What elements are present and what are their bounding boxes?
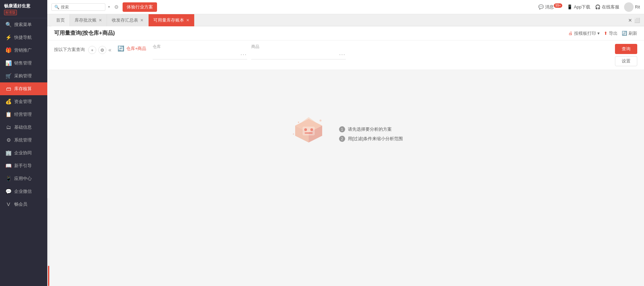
sidebar-item-member[interactable]: V 畅会员 <box>0 198 47 211</box>
chevron-down-icon-print[interactable]: ▾ <box>597 31 600 36</box>
tip-number-2: 2 <box>339 136 345 142</box>
notification-icon: 💬 <box>538 4 544 9</box>
close-window-btn[interactable]: ✕ <box>628 18 632 23</box>
online-service-item[interactable]: 🎧 在线客服 <box>595 4 619 10</box>
sidebar-header: 畅康通好生意 标准版 <box>0 0 47 18</box>
sidebar-item-wechat[interactable]: 💬 企业微信 <box>0 185 47 198</box>
svg-point-9 <box>298 122 299 123</box>
sidebar-item-label-guide: 新手引导 <box>14 163 32 169</box>
empty-box-illustration <box>288 114 329 154</box>
warehouse-input[interactable] <box>153 52 239 57</box>
sidebar-item-guide[interactable]: 📖 新手引导 <box>0 159 47 172</box>
warehouse-more-btn[interactable]: ··· <box>240 52 247 58</box>
product-field-label: 商品 <box>251 44 346 50</box>
scrollbar-thumb <box>48 266 49 286</box>
member-icon: V <box>5 201 11 207</box>
tab-close-batch-ledger[interactable]: ✕ <box>99 18 102 23</box>
page-content: 可用量查询(按仓库+商品) 🖨 按模板打印 ▾ ⬆ 导出 🔄 刷新 按以下方 <box>47 26 644 198</box>
page-header-actions: 🖨 按模板打印 ▾ ⬆ 导出 🔄 刷新 <box>568 30 637 36</box>
marketing-icon: 🎁 <box>5 47 11 53</box>
tab-close-receipt-summary[interactable]: ✕ <box>140 18 144 23</box>
apps-icon: 📱 <box>5 176 11 182</box>
search-icon: 🔍 <box>5 22 11 28</box>
system-icon: ⚙ <box>5 137 11 143</box>
user-menu[interactable]: Rit <box>624 2 640 12</box>
notification-label: 消息 <box>545 4 554 10</box>
tab-label-receipt-summary: 收发存汇总表 <box>112 17 138 23</box>
sidebar-logo: 畅康通好生意 <box>4 3 43 9</box>
notification-badge: 99+ <box>554 3 562 8</box>
search-icon: 🔍 <box>54 5 59 9</box>
query-actions: 查询 设置 <box>615 44 637 66</box>
tab-actions-right: ✕ ⬜ <box>628 18 640 23</box>
tabbar: 首页库存批次账✕收发存汇总表✕可用量库存账本✕ ✕ ⬜ <box>47 14 644 26</box>
print-icon: 🖨 <box>568 31 573 36</box>
industry-btn[interactable]: 体验行业方案 <box>123 2 157 12</box>
sidebar-item-operations[interactable]: 📋 经营管理 <box>0 108 47 121</box>
sidebar-item-sales[interactable]: 📊 销售管理 <box>0 57 47 70</box>
sidebar-item-base[interactable]: 🗂 基础信息 <box>0 121 47 134</box>
sidebar-item-label-marketing: 营销推广 <box>14 47 32 53</box>
sidebar-item-finance[interactable]: 💰 资金管理 <box>0 95 47 108</box>
tip-text-2: 用[过滤]条件来缩小分析范围 <box>348 136 403 142</box>
product-more-btn[interactable]: ··· <box>339 52 345 58</box>
tab-batch-ledger[interactable]: 库存批次账✕ <box>70 14 107 26</box>
export-btn[interactable]: ⬆ 导出 <box>604 30 618 36</box>
app-download-item[interactable]: 📱 App下载 <box>567 4 590 10</box>
page-title: 可用量查询(按仓库+商品) <box>54 30 568 37</box>
scheme-item-warehouse-product[interactable]: 🔄 仓库+商品 <box>115 44 149 53</box>
query-btn[interactable]: 查询 <box>615 44 637 54</box>
app-download-label: App下载 <box>574 4 590 10</box>
guide-icon: 📖 <box>5 163 11 169</box>
sidebar-item-shortcut[interactable]: ⚡ 快捷导航 <box>0 31 47 44</box>
tab-available-qty[interactable]: 可用量库存账本✕ <box>149 14 195 26</box>
sidebar-item-inventory[interactable]: 🗃 库存核算 <box>0 82 47 95</box>
warehouse-field-label: 仓库 <box>153 44 247 50</box>
print-btn[interactable]: 🖨 按模板打印 ▾ <box>568 30 600 36</box>
filter-field-warehouse: 仓库 ··· <box>153 44 247 59</box>
main-area: 🔍 ▾ ⚙ 体验行业方案 💬 消息 99+ 📱 App下载 🎧 在线客服 Rit <box>47 0 644 286</box>
search-input[interactable] <box>61 5 95 9</box>
sidebar-item-enterprise[interactable]: 🏢 企业协同 <box>0 147 47 159</box>
collapse-filter-btn[interactable]: « <box>108 46 111 54</box>
sidebar-item-system[interactable]: ⚙ 系统管理 <box>0 134 47 147</box>
tab-home[interactable]: 首页 <box>51 14 70 26</box>
sidebar-item-apps[interactable]: 📱 应用中心 <box>0 172 47 185</box>
sidebar-item-label-wechat: 企业微信 <box>14 188 32 194</box>
settings-scheme-btn[interactable]: ⚙ <box>98 46 106 54</box>
topbar-search-box[interactable]: 🔍 <box>51 3 105 11</box>
chevron-down-icon[interactable]: ▾ <box>108 5 110 9</box>
phone-icon: 📱 <box>567 4 572 9</box>
filter-fields: 仓库 ··· 商品 ··· <box>153 44 608 59</box>
svg-point-6 <box>304 128 307 131</box>
online-service-label: 在线客服 <box>602 4 619 10</box>
refresh-btn[interactable]: 🔄 刷新 <box>622 30 637 36</box>
filter-label: 按以下方案查询 <box>54 47 85 53</box>
right-scrollbar[interactable] <box>47 198 49 286</box>
tab-label-available-qty: 可用量库存账本 <box>153 17 184 23</box>
svg-point-7 <box>310 128 313 131</box>
sidebar-item-label-purchase: 采购管理 <box>14 73 32 79</box>
sidebar-item-search[interactable]: 🔍 搜索菜单 <box>0 18 47 31</box>
sidebar-item-marketing[interactable]: 🎁 营销推广 <box>0 44 47 57</box>
product-input[interactable] <box>251 52 338 57</box>
refresh-icon: 🔄 <box>622 31 627 36</box>
add-scheme-btn[interactable]: + <box>88 46 96 54</box>
notification-item[interactable]: 💬 消息 99+ <box>538 4 562 10</box>
gear-icon[interactable]: ⚙ <box>113 4 120 10</box>
wechat-icon: 💬 <box>5 188 11 194</box>
empty-state-image <box>288 114 329 154</box>
sidebar-item-label-sales: 销售管理 <box>14 60 32 66</box>
sidebar-item-purchase[interactable]: 🛒 采购管理 <box>0 70 47 82</box>
sidebar-nav: 🔍 搜索菜单 ⚡ 快捷导航 🎁 营销推广 📊 销售管理 🛒 采购管理 🗃 库存核… <box>0 18 47 286</box>
sidebar-item-label-system: 系统管理 <box>14 137 32 143</box>
filter-settings-btn[interactable]: 设置 <box>615 56 637 66</box>
tab-receipt-summary[interactable]: 收发存汇总表✕ <box>107 14 149 26</box>
tab-close-available-qty[interactable]: ✕ <box>186 18 189 23</box>
product-input-container: ··· <box>251 50 346 59</box>
tip-number-1: 1 <box>339 126 345 132</box>
topbar: 🔍 ▾ ⚙ 体验行业方案 💬 消息 99+ 📱 App下载 🎧 在线客服 Rit <box>47 0 644 14</box>
page-header: 可用量查询(按仓库+商品) 🖨 按模板打印 ▾ ⬆ 导出 🔄 刷新 <box>47 26 644 41</box>
sidebar-item-label-finance: 资金管理 <box>14 99 32 105</box>
maximize-window-btn[interactable]: ⬜ <box>634 18 640 23</box>
